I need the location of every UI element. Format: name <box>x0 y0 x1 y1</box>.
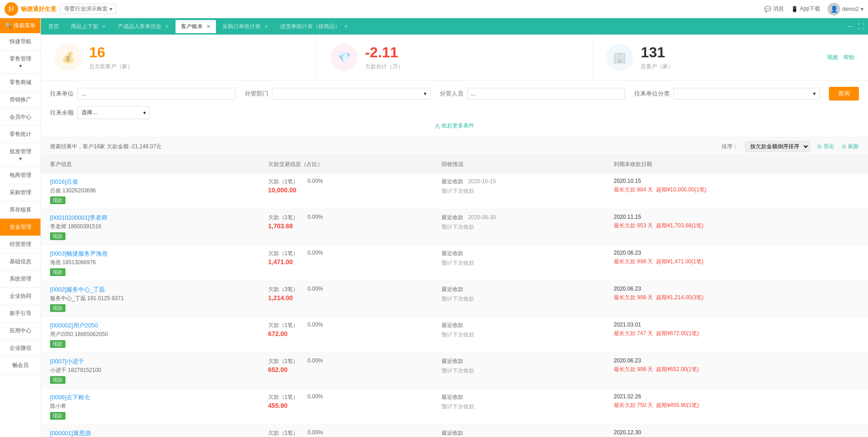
sidebar-item-inventory[interactable]: 库存核算 <box>0 201 40 219</box>
tab-inventory-stat[interactable]: 进货单统计表（按商品） ✕ <box>275 20 353 33</box>
sort-select[interactable]: 按欠款金额倒序排序 <box>745 141 810 152</box>
tab-home[interactable]: 首页 <box>43 20 65 33</box>
sidebar-item-retail-mall[interactable]: 零售商城 <box>0 74 40 91</box>
cell-due-6: 2021.02.26 最长欠款 750 天 超期¥455.90(1笔) <box>605 389 868 425</box>
collapse-filter-button[interactable]: ⋀ 收起更多条件 <box>50 119 859 132</box>
top-bar-right: 💬 消息 📱 App下载 👤 demo2 ▾ <box>764 3 863 15</box>
message-button[interactable]: 💬 消息 <box>764 5 784 13</box>
customer-phone: 小进千 18279152100 <box>50 367 250 374</box>
overdue-info[interactable]: 最长欠款 998 天 超期¥652.00(1笔) <box>614 366 859 373</box>
overdue-info[interactable]: 最长欠款 884 天 超期¥10,000.00(1笔) <box>614 186 859 194</box>
customer-name-link[interactable]: [0006]去下粮仓 <box>50 393 250 402</box>
department-select[interactable]: ▾ <box>272 88 430 100</box>
query-button[interactable]: 查询 <box>829 87 859 100</box>
sidebar-item-member[interactable]: 会员中心 <box>0 109 40 126</box>
customer-name-link[interactable]: [000002]用户2050 <box>50 321 250 330</box>
due-date: 2020.11.15 <box>614 214 859 220</box>
debt-cell: 欠款（1笔） 1,703.68 0.00% <box>268 214 423 230</box>
cell-debt-3: 欠款（3笔） 1,214.00 0.00% <box>259 281 432 317</box>
sidebar-item-sys-mgmt[interactable]: 系统管理 <box>0 271 40 288</box>
sidebar-item-ecommerce[interactable]: 电商管理 <box>0 167 40 184</box>
sidebar-item-new-guide[interactable]: 新手引导 <box>0 305 40 322</box>
tab-customer-account[interactable]: 客户账本 ✕ <box>176 20 216 33</box>
sidebar-item-purchase[interactable]: 采购管理 <box>0 184 40 201</box>
app-download-button[interactable]: 📱 App下载 <box>791 5 820 13</box>
stat-number-total: 131 <box>641 44 673 61</box>
customer-name-link[interactable]: [0007]小进千 <box>50 357 250 366</box>
sidebar-item-retail-mgmt[interactable]: 零售管理 ▾ <box>0 50 40 74</box>
tab-production[interactable]: 产成品入库单历史 ✕ <box>112 20 175 33</box>
recent-collection: 最近收款 2020-06-30 <box>442 214 596 221</box>
overdue-info[interactable]: 最长欠款 998 天 超期¥1,471.00(1笔) <box>614 258 859 266</box>
sidebar-item-ops[interactable]: 经营管理 <box>0 236 40 253</box>
sidebar-item-quick-nav[interactable]: 快捷导航 <box>0 33 40 50</box>
customer-name-link[interactable]: [0016]吕俊 <box>50 178 250 186</box>
debt-cell: 欠款（1笔） 1,471.00 0.00% <box>268 250 423 266</box>
tab-inventory-close[interactable]: ✕ <box>344 24 348 30</box>
customer-name-link[interactable]: [000001]黄思源 <box>50 429 250 437</box>
manager-input[interactable]: ... <box>467 88 625 100</box>
debt-main: 欠款（1笔） 455.90 <box>268 393 299 409</box>
cell-due-7: 2020.12.30 最长欠款 808 天 超期¥429.00(1笔) <box>605 425 868 437</box>
tab-products-close[interactable]: ✕ <box>102 24 106 30</box>
search-menu-button[interactable]: 🔍 搜索菜单 <box>0 18 40 33</box>
customer-tag: 现款 <box>50 196 65 204</box>
tab-customer-close[interactable]: ✕ <box>206 24 211 30</box>
sidebar-item-marketing[interactable]: 营销推广 <box>0 91 40 109</box>
tab-minimize-button[interactable]: ─ <box>846 22 854 31</box>
unit-category-select[interactable]: ▾ <box>673 88 820 100</box>
filter-group-unit-category: 往来单位分类 ▾ <box>634 88 820 100</box>
tab-purchase-order[interactable]: 采购订单统计表 ✕ <box>217 20 274 33</box>
sidebar-item-retail-stat[interactable]: 零售统计 <box>0 126 40 143</box>
sidebar-item-vip[interactable]: 畅会员 <box>0 357 40 374</box>
overdue-info[interactable]: 最长欠款 750 天 超期¥455.90(1笔) <box>614 402 859 409</box>
customer-name-link[interactable]: [0002]服务中心_丁磊 <box>50 286 250 294</box>
customer-name-link[interactable]: [00010200001]李老师 <box>50 214 250 222</box>
debt-count: 欠款（1笔） <box>268 321 299 329</box>
table-row: [000002]用户2050 用户2050 18665062050 现款 欠款（… <box>41 317 868 353</box>
search-icon: 🔍 <box>5 22 12 29</box>
recent-collection: 最近收款 <box>442 321 596 329</box>
filter-group-department: 分管部门 ▾ <box>245 88 430 100</box>
customer-phone: 服务中心_丁磊 181 0125 8371 <box>50 295 250 302</box>
user-menu[interactable]: 👤 demo2 ▾ <box>828 3 863 15</box>
sidebar-item-enterprise[interactable]: 企业协同 <box>0 288 40 305</box>
top-bar-left: 好 畅捷通好生意 母婴行业演示账套 ▾ <box>5 2 116 16</box>
debt-amount: 672.00 <box>268 330 299 337</box>
sidebar-item-app-center[interactable]: 应用中心 <box>0 322 40 340</box>
sidebar-item-finance[interactable]: 资金管理 <box>0 219 40 236</box>
refresh-button[interactable]: ⊙ 刷新 <box>842 143 859 151</box>
logo-icon: 好 <box>5 2 18 16</box>
tab-maximize-button[interactable]: ⛶ <box>856 22 866 31</box>
store-selector[interactable]: 母婴行业演示账套 ▾ <box>60 4 116 14</box>
overdue-info[interactable]: 最长欠款 998 天 超期¥1,214.00(3笔) <box>614 294 859 301</box>
results-summary: 搜索结果中，客户16家 欠款金额 -21,148.07元 <box>50 143 161 151</box>
debt-amount: 1,703.68 <box>268 222 299 230</box>
sidebar-item-basic-info[interactable]: 基础信息 <box>0 253 40 271</box>
tab-products[interactable]: 商品上下架 ✕ <box>65 20 111 33</box>
customer-phone: 用户2050 18665062050 <box>50 331 250 338</box>
overdue-info[interactable]: 最长欠款 747 天 超期¥672.00(1笔) <box>614 330 859 337</box>
customer-name-link[interactable]: [0003]畅捷服务尹海燕 <box>50 250 250 258</box>
customer-table: 客户信息 欠款交易信息（占比） 回收情况 到期未收款日期 [0016]吕俊 吕俊… <box>41 156 868 437</box>
cell-debt-4: 欠款（1笔） 672.00 0.00% <box>259 317 432 353</box>
cell-collection-4: 最近收款 预计下次收款 <box>432 317 605 353</box>
logo-area: 好 畅捷通好生意 <box>5 2 56 16</box>
export-button[interactable]: ⊙ 导出 <box>817 143 834 151</box>
source-unit-dots: ... <box>81 90 86 97</box>
results-actions: 排序： 按欠款金额倒序排序 ⊙ 导出 ⊙ 刷新 <box>722 141 859 152</box>
help-button[interactable]: 帮助 <box>843 54 854 61</box>
tab-production-close[interactable]: ✕ <box>165 24 169 30</box>
recent-collection: 最近收款 <box>442 286 596 293</box>
overdue-info[interactable]: 最长欠款 853 天 超期¥1,703.68(1笔) <box>614 222 859 230</box>
customer-tag: 现款 <box>50 304 65 312</box>
debt-cell: 欠款（1笔） 672.00 0.00% <box>268 321 423 337</box>
cell-debt-2: 欠款（1笔） 1,471.00 0.00% <box>259 245 432 281</box>
sidebar-item-batch-mgmt[interactable]: 批发管理 ▾ <box>0 143 40 167</box>
source-unit-input[interactable]: ... <box>77 88 236 100</box>
tab-purchase-close[interactable]: ✕ <box>264 24 268 30</box>
stat-info-total: 131 总客户（家） <box>641 44 673 70</box>
video-button[interactable]: 视频 <box>827 54 838 61</box>
sidebar-item-enterprise-wx[interactable]: 企业微信 <box>0 340 40 357</box>
balance-select[interactable]: 选择... ▾ <box>77 106 150 119</box>
